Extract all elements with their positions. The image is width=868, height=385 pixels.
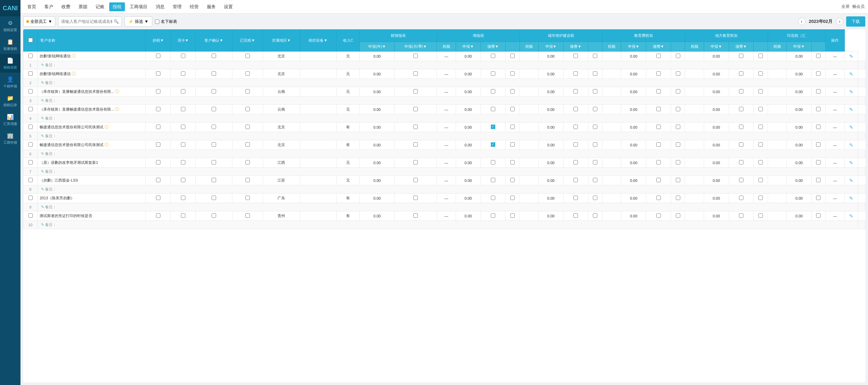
nav-home[interactable]: 首页	[24, 2, 40, 11]
edit-icon[interactable]: ✎	[849, 142, 853, 148]
row-yhs-sb[interactable]	[811, 69, 825, 79]
row-action[interactable]: ✎	[844, 158, 858, 168]
row-zzs-jf[interactable]	[506, 158, 520, 168]
row-confirm[interactable]	[196, 194, 232, 203]
row-wansui[interactable]	[232, 87, 263, 97]
row-cb-year[interactable]	[395, 140, 437, 150]
row-action[interactable]: ✎	[844, 176, 858, 185]
row-df-sb[interactable]	[729, 123, 754, 132]
row-jy-sb[interactable]	[646, 52, 671, 61]
row-jy-jf[interactable]	[671, 194, 685, 203]
row-csj-sb[interactable]	[563, 176, 588, 185]
sidebar-item-bsjl[interactable]: 📁 报税记录	[0, 91, 20, 110]
edit-icon[interactable]: ✎	[849, 107, 853, 112]
row-zzs-sb[interactable]	[481, 140, 506, 150]
row-wansui[interactable]	[232, 52, 263, 61]
row-jy-jf[interactable]	[671, 87, 685, 97]
row-jy-sb[interactable]	[646, 87, 671, 97]
row-confirm[interactable]	[196, 87, 232, 97]
row-jy-sb[interactable]	[646, 123, 671, 132]
row-jy-sb[interactable]	[646, 176, 671, 185]
row-checkbox-cell[interactable]	[24, 123, 38, 132]
row-qingka[interactable]	[171, 158, 196, 168]
row-checkbox[interactable]	[28, 178, 33, 182]
th-csj-jf[interactable]: 缴费▼	[563, 42, 588, 52]
sidebar-item-hzqd[interactable]: 📊 汇算清缴	[0, 110, 20, 129]
row-chaoshui[interactable]	[146, 123, 171, 132]
row-cb-year[interactable]	[395, 176, 437, 185]
row-df-jf[interactable]	[754, 140, 768, 150]
row-zzs-jf[interactable]	[506, 87, 520, 97]
row-confirm[interactable]	[196, 176, 232, 185]
row-csj-sb[interactable]	[563, 158, 588, 168]
membership-btn[interactable]: 畅会员	[852, 4, 865, 10]
row-chaoshui[interactable]	[146, 211, 171, 221]
row-df-jf[interactable]	[754, 176, 768, 185]
row-action[interactable]: ✎	[844, 123, 858, 132]
th-region[interactable]: 所属地区▼	[263, 30, 300, 52]
next-month-button[interactable]: ›	[836, 18, 843, 25]
row-df-jf[interactable]	[754, 69, 768, 79]
sidebar-item-plbs[interactable]: 📋 批量报税	[0, 35, 20, 54]
row-action[interactable]: ✎	[844, 211, 858, 221]
th-yhs-sb[interactable]: 申报▼	[787, 42, 812, 52]
row-qingka[interactable]	[171, 105, 196, 114]
th-wansui[interactable]: 已完税▼	[232, 30, 263, 52]
th-caibao-year[interactable]: 申报(年)▼	[360, 42, 395, 52]
row-checkbox-cell[interactable]	[24, 140, 38, 150]
row-yhs-sb[interactable]	[811, 105, 825, 114]
row-qingka[interactable]	[171, 140, 196, 150]
row-action[interactable]: ✎	[844, 69, 858, 79]
th-jy-jf[interactable]: 缴费▼	[646, 42, 671, 52]
th-chaoshui[interactable]: 抄税▼	[146, 30, 171, 52]
row-checkbox-cell[interactable]	[24, 87, 38, 97]
row-cb-year[interactable]	[395, 194, 437, 203]
row-checkbox[interactable]	[28, 196, 33, 200]
row-checkbox-cell[interactable]	[24, 52, 38, 61]
row-zzs-jf[interactable]	[506, 123, 520, 132]
edit-icon[interactable]: ✎	[849, 71, 853, 77]
row-qingka[interactable]	[171, 194, 196, 203]
row-zzs-jf[interactable]	[506, 176, 520, 185]
row-jy-jf[interactable]	[671, 158, 685, 168]
row-csj-sb[interactable]	[563, 52, 588, 61]
row-jy-jf[interactable]	[671, 211, 685, 221]
row-checkbox[interactable]	[28, 107, 33, 111]
row-zzs-jf[interactable]	[506, 52, 520, 61]
row-checkbox-cell[interactable]	[24, 194, 38, 203]
nav-customer[interactable]: 客户	[41, 2, 57, 11]
th-confirm[interactable]: 客户确认▼	[196, 30, 232, 52]
row-df-jf[interactable]	[754, 123, 768, 132]
row-csj-sb[interactable]	[563, 211, 588, 221]
row-csj-jf[interactable]	[588, 123, 602, 132]
row-wansui[interactable]	[232, 158, 263, 168]
th-device[interactable]: 税控设备▼	[300, 30, 337, 52]
th-income[interactable]: 收入C	[337, 30, 360, 52]
row-yhs-sb[interactable]	[811, 176, 825, 185]
row-jy-jf[interactable]	[671, 69, 685, 79]
row-qingka[interactable]	[171, 176, 196, 185]
row-zzs-sb[interactable]	[481, 176, 506, 185]
row-yhs-sb[interactable]	[811, 194, 825, 203]
row-csj-jf[interactable]	[588, 176, 602, 185]
named-table-checkbox[interactable]	[155, 19, 159, 24]
row-wansui[interactable]	[232, 105, 263, 114]
row-action[interactable]: ✎	[844, 52, 858, 61]
row-cb-year[interactable]	[395, 158, 437, 168]
row-jy-jf[interactable]	[671, 176, 685, 185]
fullscreen-btn[interactable]: 全屏	[841, 4, 850, 10]
row-df-jf[interactable]	[754, 105, 768, 114]
row-wansui[interactable]	[232, 69, 263, 79]
row-checkbox-cell[interactable]	[24, 176, 38, 185]
row-action[interactable]: ✎	[844, 140, 858, 150]
row-checkbox-cell[interactable]	[24, 69, 38, 79]
edit-icon[interactable]: ✎	[849, 160, 853, 166]
row-zzs-sb[interactable]	[481, 105, 506, 114]
row-jy-sb[interactable]	[646, 105, 671, 114]
th-csj-sb[interactable]: 申报▼	[539, 42, 564, 52]
row-zzs-sb[interactable]	[481, 87, 506, 97]
row-csj-sb[interactable]	[563, 140, 588, 150]
row-chaoshui[interactable]	[146, 87, 171, 97]
row-chaoshui[interactable]	[146, 158, 171, 168]
row-action[interactable]: ✎	[844, 194, 858, 203]
